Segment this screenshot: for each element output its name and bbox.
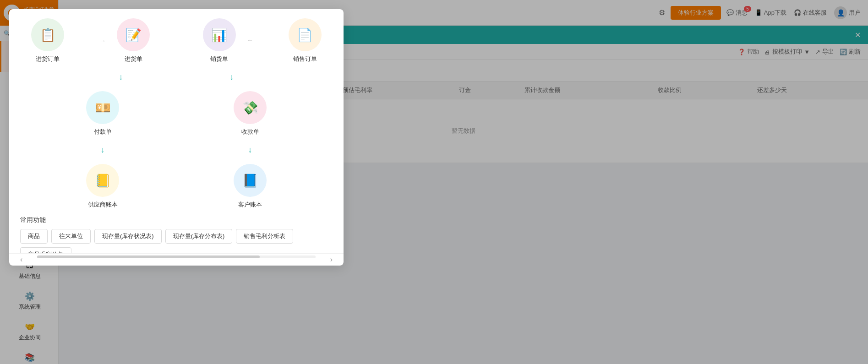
down-arrow-purchase: ↓ bbox=[119, 72, 123, 82]
flow-node-payment[interactable]: 💴 付款单 bbox=[75, 91, 130, 136]
arrow-line-1 bbox=[77, 41, 98, 41]
flow-node-purchase-slip[interactable]: 📝 进货单 bbox=[106, 18, 161, 63]
purchase-order-icon: 📋 bbox=[59, 18, 64, 51]
btn-stock-status[interactable]: 现存量(库存状况表) bbox=[94, 229, 162, 244]
modal-body: 📋 进货订单 → 📝 bbox=[59, 9, 344, 253]
sales-order-label: 销售订单 bbox=[293, 55, 317, 63]
customer-ledger-icon: 📘 bbox=[234, 164, 267, 197]
common-functions-title: 常用功能 bbox=[59, 216, 333, 224]
down-arrow-payment: ↓ bbox=[101, 145, 105, 155]
btn-sales-profit[interactable]: 销售毛利分析表 bbox=[236, 229, 293, 244]
payment-label: 付款单 bbox=[94, 128, 112, 136]
flow-node-sales-order[interactable]: 📄 销售订单 bbox=[278, 18, 333, 63]
common-buttons-row1: 商品 往来单位 现存量(库存状况表) 现存量(库存分布表) 销售毛利分析表 商品… bbox=[59, 229, 333, 253]
payment-icon: 💴 bbox=[86, 91, 119, 124]
arrow-1: → bbox=[75, 37, 106, 44]
flow-node-customer-ledger[interactable]: 📘 客户账本 bbox=[223, 164, 278, 209]
scroll-right-btn[interactable]: › bbox=[327, 255, 336, 264]
purchase-slip-label: 进货单 bbox=[125, 55, 142, 63]
sales-slip-icon: 📊 bbox=[203, 18, 236, 51]
down-arrow-receipt: ↓ bbox=[248, 145, 252, 155]
receipt-label: 收款单 bbox=[241, 128, 259, 136]
flow-node-purchase-order[interactable]: 📋 进货订单 bbox=[59, 18, 75, 63]
btn-stock-dist[interactable]: 现存量(库存分布表) bbox=[165, 229, 233, 244]
receipt-icon: 💸 bbox=[234, 91, 267, 124]
main-area: 装备及固定资产辅助管理系统 ▼ ⚙ 体验行业方案 💬 消息 5 📱 App下载 … bbox=[59, 0, 868, 364]
purchase-slip-icon: 📝 bbox=[117, 18, 150, 51]
supplier-ledger-icon: 📒 bbox=[86, 164, 119, 197]
sales-order-icon: 📄 bbox=[289, 18, 322, 51]
common-functions-section: 常用功能 商品 往来单位 现存量(库存状况表) 现存量(库存分布表) 销售毛利分… bbox=[59, 216, 333, 253]
modal-scrollbar bbox=[59, 255, 316, 258]
modal-overlay: 📋 进货订单 → 📝 bbox=[59, 0, 868, 364]
flow-node-sales-slip[interactable]: 📊 销货单 bbox=[192, 18, 247, 63]
flow-row-1: 📋 进货订单 → 📝 bbox=[59, 18, 333, 63]
flow-row-2: 💴 付款单 💸 收款单 bbox=[59, 91, 333, 136]
btn-partner[interactable]: 往来单位 bbox=[59, 229, 91, 244]
flow-row-3: 📒 供应商账本 📘 客户账本 bbox=[59, 164, 333, 209]
purchase-order-label: 进货订单 bbox=[59, 55, 60, 63]
flow-row-arrows: ↓ ↓ bbox=[59, 72, 333, 82]
arrow-head-1: → bbox=[99, 37, 106, 44]
sales-slip-label: 销货单 bbox=[210, 55, 228, 63]
scrollbar-thumb bbox=[59, 255, 260, 258]
flow-node-supplier-ledger[interactable]: 📒 供应商账本 bbox=[75, 164, 130, 209]
arrow-head-2: → bbox=[247, 37, 253, 44]
flow-node-receipt[interactable]: 💸 收款单 bbox=[223, 91, 278, 136]
modal-scroll-nav: ‹ › bbox=[59, 253, 344, 266]
flow-modal: 📋 进货订单 → 📝 bbox=[59, 9, 344, 266]
arrow-2: → bbox=[247, 37, 278, 44]
flow-section: 📋 进货订单 → 📝 bbox=[59, 18, 333, 209]
customer-ledger-label: 客户账本 bbox=[238, 201, 262, 209]
down-arrow-sales: ↓ bbox=[230, 72, 234, 82]
flow-row-arrows2: ↓ ↓ bbox=[59, 145, 333, 155]
arrow-line-2 bbox=[255, 41, 276, 41]
supplier-ledger-label: 供应商账本 bbox=[88, 201, 118, 209]
btn-product-profit[interactable]: 商品毛利分析 bbox=[59, 247, 71, 253]
